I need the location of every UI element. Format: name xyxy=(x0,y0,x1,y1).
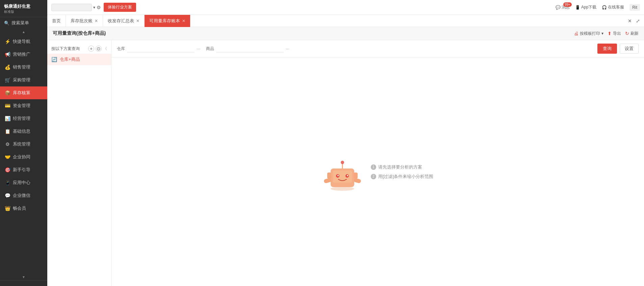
message-badge: 99+ xyxy=(563,2,572,7)
nav-icon-onboarding: 🎯 xyxy=(5,167,10,173)
nav-label-system: 系统管理 xyxy=(13,141,30,147)
sidebar-item-basic-info[interactable]: 📋 基础信息 xyxy=(0,125,47,138)
logo-title: 畅康通好生意 xyxy=(4,3,43,9)
svg-rect-11 xyxy=(324,178,332,183)
filter-panel-label: 按以下方案查询 xyxy=(51,46,80,52)
tab-label-inventory-summary: 收发存汇总表 xyxy=(108,18,134,24)
tab-expand-btn[interactable]: ⤢ xyxy=(635,18,641,24)
print-icon: 🖨 xyxy=(574,31,578,36)
sidebar-item-wechat[interactable]: 💬 企业微信 xyxy=(0,189,47,202)
nav-label-inventory: 库存核算 xyxy=(13,90,30,96)
app-label: App下载 xyxy=(581,4,596,10)
headset-icon: 🎧 xyxy=(602,5,607,10)
filter-settings-btn[interactable]: ⊙ xyxy=(96,46,102,52)
nav-label-enterprise: 企业协同 xyxy=(13,154,30,160)
filter-add-btn[interactable]: + xyxy=(88,46,94,52)
nav-label-quick-nav: 快捷导航 xyxy=(13,38,30,45)
print-dropdown-icon[interactable]: ▾ xyxy=(601,31,603,36)
sidebar-search[interactable]: 🔍 搜索菜单 xyxy=(0,17,47,29)
sidebar-scroll-up[interactable]: ▲ xyxy=(0,29,47,35)
nav-icon-business: 📊 xyxy=(5,116,10,121)
warehouse-more-btn[interactable]: ··· xyxy=(197,46,201,51)
online-service-btn[interactable]: 🎧 在线客服 xyxy=(602,4,624,10)
main-area: ▾ ⚙ 体验行业方案 💬 消息 99+ 📱 App下载 🎧 在线客服 Rit xyxy=(47,0,644,286)
industry-btn[interactable]: 体验行业方案 xyxy=(104,3,136,12)
tab-label-available-ledger: 可用量库存账本 xyxy=(149,18,180,24)
query-area: 仓库 ··· 商品 ··· 查询 设置 xyxy=(111,40,644,286)
svg-rect-9 xyxy=(327,173,331,179)
hint-text-2: 用[过滤]条件来缩小分析范围 xyxy=(378,174,433,180)
refresh-btn[interactable]: ↻ 刷新 xyxy=(625,31,639,36)
tab-close-btn[interactable]: ✕ xyxy=(626,18,633,24)
sidebar-item-inventory[interactable]: 📦 库存核算 xyxy=(0,86,47,99)
top-header: ▾ ⚙ 体验行业方案 💬 消息 99+ 📱 App下载 🎧 在线客服 Rit xyxy=(47,0,644,15)
print-label: 按模板打印 xyxy=(580,31,600,36)
sidebar-item-app-center[interactable]: 📱 应用中心 xyxy=(0,176,47,189)
search-icon: 🔍 xyxy=(4,21,9,26)
tab-close-batch-account[interactable]: ✕ xyxy=(95,19,98,23)
header-dropdown-btn[interactable]: ▾ xyxy=(93,5,95,10)
tab-close-available-ledger[interactable]: ✕ xyxy=(182,19,185,23)
nav-label-member: 畅会员 xyxy=(13,205,26,211)
sidebar-item-enterprise[interactable]: 🤝 企业协同 xyxy=(0,151,47,163)
nav-icon-finance: 💳 xyxy=(5,103,10,108)
filter-item-warehouse-goods[interactable]: 🔄 仓库+商品 xyxy=(47,54,111,65)
sidebar-item-system[interactable]: ⚙ 系统管理 xyxy=(0,138,47,151)
nav-label-wechat: 企业微信 xyxy=(13,192,30,199)
message-btn[interactable]: 💬 消息 99+ xyxy=(556,4,570,10)
print-template-btn[interactable]: 🖨 按模板打印 ▾ xyxy=(574,31,603,36)
sidebar-item-member[interactable]: 👑 畅会员 xyxy=(0,202,47,215)
nav-icon-member: 👑 xyxy=(5,206,10,211)
nav-icon-inventory: 📦 xyxy=(5,90,10,96)
nav-icon-quick-nav: ⚡ xyxy=(5,39,10,44)
goods-input[interactable] xyxy=(216,45,284,52)
sidebar-nav: ⚡ 快捷导航 📢 营销推广 💰 销售管理 🛒 采购管理 📦 库存核算 💳 资金管… xyxy=(0,35,47,274)
query-button[interactable]: 查询 xyxy=(597,44,617,54)
header-gear-btn[interactable]: ⚙ xyxy=(97,5,101,10)
sidebar-item-finance[interactable]: 💳 资金管理 xyxy=(0,99,47,112)
sidebar-logo: 畅康通好生意 标准版 xyxy=(0,0,47,17)
tab-inventory-summary[interactable]: 收发存汇总表✕ xyxy=(103,15,145,27)
phone-icon: 📱 xyxy=(575,5,580,10)
svg-point-5 xyxy=(337,175,339,176)
nav-icon-purchase: 🛒 xyxy=(5,77,10,83)
user-profile-btn[interactable]: Rit xyxy=(629,4,640,11)
goods-more-btn[interactable]: ··· xyxy=(286,46,290,51)
tab-batch-account[interactable]: 库存批次账✕ xyxy=(66,15,103,27)
tab-home[interactable]: 首页 xyxy=(47,15,66,27)
sidebar-search-label: 搜索菜单 xyxy=(11,20,29,26)
logo-subtitle: 标准版 xyxy=(4,9,43,14)
tabs-right: ✕ ⤢ xyxy=(626,18,644,24)
sidebar-item-purchase[interactable]: 🛒 采购管理 xyxy=(0,74,47,86)
tab-label-home: 首页 xyxy=(52,18,61,24)
sidebar-item-marketing[interactable]: 📢 营销推广 xyxy=(0,48,47,61)
empty-illustration xyxy=(322,152,363,192)
hint-text-1: 请先选择要分析的方案 xyxy=(378,164,422,170)
app-download-btn[interactable]: 📱 App下载 xyxy=(575,4,596,10)
nav-label-basic-info: 基础信息 xyxy=(13,128,30,134)
header-search-input[interactable] xyxy=(51,4,92,11)
hint-num-2: 2 xyxy=(371,174,376,179)
refresh-label: 刷新 xyxy=(630,31,639,36)
sidebar-item-business[interactable]: 📊 经营管理 xyxy=(0,112,47,125)
tab-close-inventory-summary[interactable]: ✕ xyxy=(136,19,139,23)
tab-available-ledger[interactable]: 可用量库存账本✕ xyxy=(145,15,190,27)
filter-panel-actions: + ⊙ 《 xyxy=(88,46,107,52)
svg-point-0 xyxy=(331,187,354,191)
sidebar: 畅康通好生意 标准版 🔍 搜索菜单 ▲ ⚡ 快捷导航 📢 营销推广 💰 销售管理… xyxy=(0,0,47,286)
tab-label-batch-account: 库存批次账 xyxy=(71,18,93,24)
settings-button[interactable]: 设置 xyxy=(620,44,639,54)
empty-state: 1 请先选择要分析的方案 2 用[过滤]条件来缩小分析范围 xyxy=(111,57,644,286)
export-btn[interactable]: ⬆ 导出 xyxy=(608,31,621,36)
sidebar-item-sales[interactable]: 💰 销售管理 xyxy=(0,61,47,74)
export-label: 导出 xyxy=(613,31,621,36)
warehouse-goods-icon: 🔄 xyxy=(51,57,57,62)
sidebar-item-onboarding[interactable]: 🎯 新手引导 xyxy=(0,163,47,176)
tabs-bar: 首页库存批次账✕收发存汇总表✕可用量库存账本✕ ✕ ⤢ xyxy=(47,15,644,27)
page-actions: 🖨 按模板打印 ▾ ⬆ 导出 ↻ 刷新 xyxy=(574,31,639,36)
filter-collapse-btn[interactable]: 《 xyxy=(103,46,107,52)
sidebar-item-quick-nav[interactable]: ⚡ 快捷导航 xyxy=(0,35,47,48)
nav-label-finance: 资金管理 xyxy=(13,103,30,109)
warehouse-input[interactable] xyxy=(127,45,195,52)
sidebar-scroll-down[interactable]: ▼ xyxy=(0,274,47,280)
